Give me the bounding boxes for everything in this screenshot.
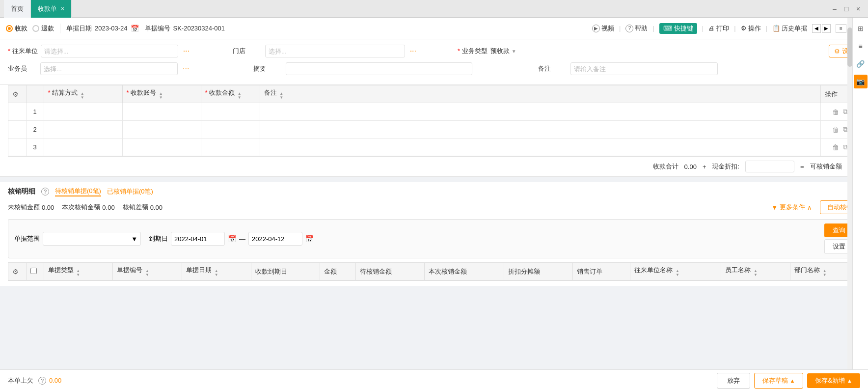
- td-settle-3[interactable]: [44, 139, 122, 156]
- select-all-checkbox[interactable]: [30, 268, 37, 274]
- date-calendar-icon[interactable]: 📅: [131, 25, 139, 32]
- more-conditions-button[interactable]: ▼ 更多条件 ∧: [771, 203, 812, 212]
- td-account-2[interactable]: [122, 121, 201, 139]
- due-date-to-input[interactable]: [248, 232, 302, 246]
- row-delete-icon-2[interactable]: 🗑: [832, 126, 839, 134]
- td-settle-1[interactable]: [44, 103, 122, 121]
- footer: 本单上欠 ? 0.00 放弃 保存草稿 ▲ 保存&新增 ▲: [0, 369, 868, 391]
- form-area: 往来单位 ··· 门店 ··· 业务类型 预收款 ▼ ⚙ 设置 业务员 ···: [0, 39, 868, 85]
- td-amount-1[interactable]: [201, 103, 260, 121]
- bth-discount: 折扣分摊额: [504, 263, 572, 280]
- td-account-3[interactable]: [122, 139, 201, 156]
- sidebar-icon-2[interactable]: ≡: [854, 39, 868, 53]
- history-button[interactable]: 📋 历史单据: [772, 24, 807, 33]
- row-delete-icon-1[interactable]: 🗑: [832, 108, 839, 116]
- minimize-button[interactable]: –: [831, 5, 839, 13]
- number-value[interactable]: SK-20230324-001: [173, 25, 225, 32]
- scrollbar-thumb[interactable]: [847, 28, 852, 67]
- remark-input[interactable]: [570, 62, 718, 75]
- td-gear-1: [8, 103, 26, 121]
- sidebar-icon-1[interactable]: ⊞: [854, 22, 868, 35]
- td-note-1[interactable]: [260, 103, 820, 121]
- due-date-field: 到期日 📅 — 📅: [149, 232, 314, 246]
- shortcut-button[interactable]: ⌨ 快捷键: [659, 23, 697, 34]
- sidebar-icon-attach[interactable]: 🔗: [854, 57, 868, 71]
- cal-icon-to[interactable]: 📅: [305, 235, 314, 243]
- help-link[interactable]: ? 帮助: [625, 24, 648, 33]
- video-icon: ▶: [592, 25, 600, 32]
- date-separator: —: [239, 235, 245, 243]
- bth-number: 单据编号 ▲▼: [113, 263, 182, 280]
- staff-more-icon[interactable]: ···: [181, 64, 191, 73]
- remark-label: 备注: [538, 64, 568, 73]
- diff-label: 核销差额: [123, 203, 148, 212]
- bth-date: 单据日期 ▲▼: [182, 263, 251, 280]
- cal-icon-from[interactable]: 📅: [228, 235, 236, 243]
- video-link[interactable]: ▶ 视频: [592, 24, 614, 33]
- completed-tab[interactable]: 已核销单据(0笔): [107, 187, 153, 196]
- stats-row: 未核销金额 0.00 本次核销金额 0.00 核销差额 0.00 ▼ 更多条件 …: [8, 200, 860, 214]
- counterpart-input[interactable]: [41, 45, 178, 57]
- abandon-button[interactable]: 放弃: [717, 373, 750, 389]
- main-table: ⚙ 结算方式 ▲▼ 收款账号 ▲▼ 收款金额 ▲▼ 备注: [8, 85, 860, 156]
- row-delete-icon-3[interactable]: 🗑: [832, 143, 839, 151]
- footer-help-icon[interactable]: ?: [38, 377, 46, 385]
- nav-next-button[interactable]: ▶: [822, 24, 831, 33]
- td-account-1[interactable]: [122, 103, 201, 121]
- bottom-table-header-row: ⚙ 单据类型 ▲▼ 单据编号 ▲▼ 单据日期 ▲▼ 收款到期日: [8, 263, 860, 280]
- radio-refund[interactable]: 退款: [32, 24, 54, 33]
- bth-amount: 金额: [320, 263, 355, 280]
- sidebar-icon-camera[interactable]: 📷: [854, 75, 868, 88]
- discount-input[interactable]: [745, 161, 794, 172]
- table-gear-icon[interactable]: ⚙: [12, 90, 19, 98]
- save-draft-button[interactable]: 保存草稿 ▲: [754, 373, 804, 389]
- bth-gear[interactable]: ⚙: [8, 263, 26, 280]
- store-input[interactable]: [265, 45, 405, 57]
- staff-label: 业务员: [8, 64, 37, 73]
- summary-input[interactable]: [286, 62, 472, 75]
- tab-receipt[interactable]: 收款单 ×: [31, 0, 72, 18]
- range-select[interactable]: ▼: [43, 232, 141, 246]
- staff-field: 业务员 ···: [8, 62, 214, 76]
- reconcile-help-icon[interactable]: ?: [41, 188, 49, 196]
- tab-home[interactable]: 首页: [4, 0, 31, 18]
- radio-receipt[interactable]: 收款: [6, 24, 27, 33]
- maximize-button[interactable]: □: [842, 5, 850, 13]
- window-controls: – □ ×: [831, 5, 862, 13]
- tab-close-icon[interactable]: ×: [61, 5, 64, 12]
- due-date-from-input[interactable]: [171, 232, 225, 246]
- main-table-section: ⚙ 结算方式 ▲▼ 收款账号 ▲▼ 收款金额 ▲▼ 备注: [0, 85, 868, 157]
- bth-due: 收款到期日: [251, 263, 320, 280]
- operate-icon: ⚙: [741, 25, 747, 32]
- store-more-icon[interactable]: ···: [408, 47, 418, 56]
- number-field: 单据编号 SK-20230324-001: [145, 24, 225, 33]
- counterpart-more-icon[interactable]: ···: [181, 47, 191, 56]
- range-field: 单据范围 ▼: [14, 232, 141, 246]
- operate-button[interactable]: ⚙ 操作: [741, 24, 761, 33]
- layout-list-button[interactable]: ≡: [836, 24, 846, 33]
- td-amount-2[interactable]: [201, 121, 260, 139]
- toolbar: 收款 退款 单据日期 2023-03-24 📅 单据编号 SK-20230324…: [0, 18, 868, 39]
- close-button[interactable]: ×: [854, 5, 862, 13]
- toolbar-divider: [60, 24, 60, 33]
- bottom-table-gear-icon[interactable]: ⚙: [12, 268, 19, 276]
- nav-arrows: ◀ ▶: [812, 24, 831, 33]
- td-amount-3[interactable]: [201, 139, 260, 156]
- print-button[interactable]: 🖨 打印: [708, 24, 729, 33]
- draft-arrow-icon: ▲: [790, 378, 795, 384]
- nav-prev-button[interactable]: ◀: [812, 24, 821, 33]
- staff-input[interactable]: [40, 62, 178, 75]
- pending-tab[interactable]: 待核销单据(0笔): [55, 187, 101, 196]
- store-field: 门店 ···: [233, 44, 418, 58]
- td-settle-2[interactable]: [44, 121, 122, 139]
- biz-type-dropdown[interactable]: 预收款 ▼: [490, 47, 516, 56]
- table-header-row: ⚙ 结算方式 ▲▼ 收款账号 ▲▼ 收款金额 ▲▼ 备注: [8, 85, 860, 103]
- th-gear[interactable]: ⚙: [8, 85, 26, 103]
- td-note-2[interactable]: [260, 121, 820, 139]
- date-value[interactable]: 2023-03-24: [95, 25, 128, 32]
- main-table-container: ⚙ 结算方式 ▲▼ 收款账号 ▲▼ 收款金额 ▲▼ 备注: [8, 85, 860, 157]
- td-note-3[interactable]: [260, 139, 820, 156]
- save-new-button[interactable]: 保存&新增 ▲: [807, 373, 860, 388]
- shortcut-icon: ⌨: [663, 25, 673, 32]
- th-amount: 收款金额 ▲▼: [201, 85, 260, 103]
